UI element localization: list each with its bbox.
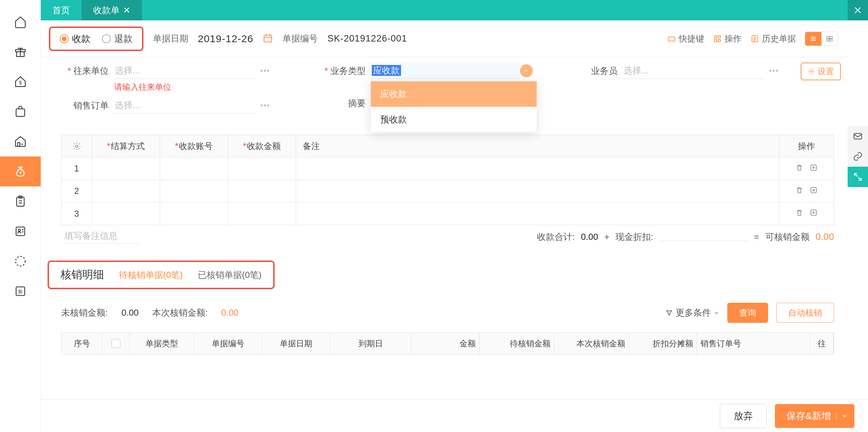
sidebar-bag-icon[interactable] — [0, 97, 41, 127]
summary-label: 摘要 — [311, 97, 366, 109]
row-delete-icon[interactable] — [795, 164, 803, 174]
writeoff-tab-done[interactable]: 已核销单据(0笔) — [198, 269, 262, 281]
sidebar-clipboard-icon[interactable] — [0, 186, 41, 216]
sales-order-label: 销售订单 — [54, 100, 109, 112]
doc-date-value[interactable]: 2019-12-26 — [198, 33, 253, 45]
discard-button[interactable]: 放弃 — [720, 404, 767, 428]
detail-table: 结算方式 收款账号 收款金额 备注 操作 1 2 3 — [61, 135, 834, 225]
writeoffable-label: 可核销金额 — [765, 231, 810, 243]
row-add-icon[interactable] — [810, 209, 818, 219]
right-action-strip — [848, 126, 868, 187]
sidebar-home-icon[interactable] — [0, 7, 41, 37]
shortcut-action[interactable]: 快捷键 — [667, 33, 704, 44]
cash-discount-label: 现金折扣: — [615, 231, 653, 243]
wo-col-due: 到期日 — [330, 333, 412, 354]
history-action[interactable]: 历史单据 — [750, 33, 796, 44]
wo-col-type: 单据类型 — [129, 333, 194, 354]
row-add-icon[interactable] — [810, 164, 818, 174]
sum-label: 收款合计: — [537, 231, 575, 243]
col-ops: 操作 — [779, 135, 834, 157]
cash-discount-input[interactable] — [659, 232, 748, 241]
svg-rect-17 — [714, 39, 717, 42]
writeoff-tab-pending[interactable]: 待核销单据(0笔) — [119, 269, 183, 281]
unwritten-value: 0.00 — [121, 308, 139, 318]
svg-rect-3 — [16, 109, 24, 116]
sidebar-price-house-icon[interactable]: $ — [0, 67, 41, 97]
biztype-label: 业务类型 — [311, 65, 366, 77]
svg-rect-7 — [16, 227, 24, 235]
operate-action[interactable]: 操作 — [713, 33, 742, 44]
table-row: 1 — [62, 157, 834, 180]
svg-point-24 — [810, 70, 812, 72]
more-conditions-button[interactable]: 更多条件 — [665, 307, 719, 319]
tab-receipt[interactable]: 收款单 ✕ — [82, 0, 142, 20]
wo-col-pending: 待核销金额 — [480, 333, 554, 354]
sidebar-warehouse-icon[interactable] — [0, 127, 41, 156]
right-link-icon[interactable] — [848, 146, 868, 167]
view-list-icon[interactable] — [805, 32, 821, 46]
biztype-dropdown: 应收款 预收款 — [370, 81, 537, 133]
row-delete-icon[interactable] — [795, 209, 803, 219]
sum-value: 0.00 — [581, 232, 598, 242]
writeoff-header: 核销明细 待核销单据(0笔) 已核销单据(0笔) — [48, 261, 275, 289]
sidebar-money-bag-icon[interactable]: ¥ — [0, 156, 41, 186]
col-note: 备注 — [296, 135, 779, 157]
svg-rect-12 — [854, 134, 862, 139]
form-area: 往来单位 选择... ••• 业务类型 应收款 应收款 预收款 业务员 选择..… — [54, 63, 841, 118]
salesman-more-icon[interactable]: ••• — [769, 66, 779, 75]
salesman-input[interactable]: 选择... — [622, 63, 765, 79]
totals-row: 填写备注信息 收款合计: 0.00 + 现金折扣: = 可核销金额 0.00 — [65, 230, 834, 244]
biztype-chevron-up-icon[interactable] — [520, 64, 533, 77]
sales-order-input[interactable]: 选择... — [114, 97, 256, 114]
toolbar: 收款 退款 单据日期 2019-12-26 单据编号 SK-20191226-0… — [41, 20, 848, 57]
close-tab-icon[interactable]: ✕ — [123, 5, 131, 16]
sidebar-sync-icon[interactable] — [0, 246, 41, 276]
wo-col-checkbox[interactable] — [102, 333, 129, 354]
right-expand-icon[interactable] — [848, 167, 868, 187]
svg-rect-20 — [827, 36, 829, 38]
svg-text:¥: ¥ — [19, 170, 22, 175]
row-add-icon[interactable] — [810, 186, 818, 196]
radio-refund[interactable]: 退款 — [102, 33, 133, 45]
calendar-icon[interactable] — [263, 33, 273, 45]
svg-point-9 — [15, 256, 25, 266]
svg-text:新: 新 — [18, 289, 23, 294]
auto-writeoff-button[interactable]: 自动核销 — [776, 303, 834, 323]
doc-no-value: SK-20191226-001 — [327, 33, 407, 44]
sidebar-gift-icon[interactable] — [0, 37, 41, 67]
unwritten-label: 未核销金额: — [61, 307, 108, 319]
sales-order-more-icon[interactable]: ••• — [260, 101, 270, 110]
svg-rect-15 — [714, 36, 717, 38]
wo-col-seq: 序号 — [62, 333, 102, 354]
partner-more-icon[interactable]: ••• — [260, 66, 270, 75]
right-mail-icon[interactable] — [848, 126, 868, 146]
svg-rect-22 — [827, 39, 829, 41]
svg-rect-16 — [718, 36, 721, 38]
window-close-button[interactable] — [848, 0, 868, 20]
col-config-gear-icon[interactable] — [62, 135, 92, 157]
sidebar-new-icon[interactable]: 新 — [0, 276, 41, 306]
salesman-label: 业务员 — [568, 65, 618, 77]
view-card-icon[interactable] — [821, 32, 838, 46]
tab-home[interactable]: 首页 — [41, 0, 82, 20]
col-settle-method: 结算方式 — [107, 140, 145, 152]
save-and-new-button[interactable]: 保存&新增 — [775, 404, 854, 428]
table-row: 3 — [62, 202, 834, 225]
settings-button[interactable]: 设置 — [801, 63, 841, 80]
row-delete-icon[interactable] — [795, 186, 803, 196]
wo-col-amt: 金额 — [412, 333, 480, 354]
biztype-option-receivable[interactable]: 应收款 — [371, 81, 537, 107]
wo-col-no: 单据编号 — [194, 333, 262, 354]
biztype-input[interactable]: 应收款 — [370, 63, 520, 79]
partner-input[interactable]: 选择... — [114, 63, 256, 79]
save-dropdown-chevron-icon[interactable] — [836, 411, 848, 421]
query-button[interactable]: 查询 — [727, 303, 768, 323]
sidebar-contacts-icon[interactable] — [0, 216, 41, 246]
biztype-option-advance[interactable]: 预收款 — [371, 107, 537, 132]
note-input[interactable]: 填写备注信息 — [65, 230, 139, 244]
radio-receipt[interactable]: 收款 — [60, 33, 90, 45]
receipt-refund-radio-group: 收款 退款 — [49, 27, 143, 51]
this-writeoff-value: 0.00 — [221, 308, 239, 318]
partner-label: 往来单位 — [54, 65, 109, 77]
svg-point-8 — [18, 229, 20, 231]
